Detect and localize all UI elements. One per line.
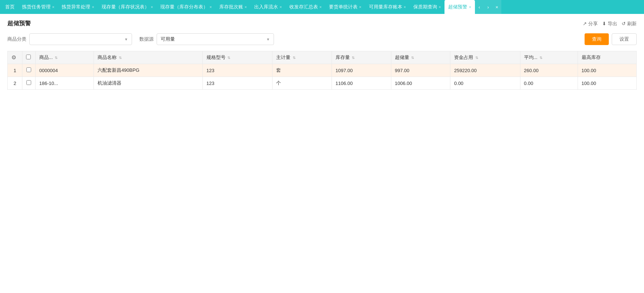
- row-num: 1: [8, 64, 22, 77]
- cell-product-code: 186-10...: [36, 77, 94, 90]
- nav-item-batch-account[interactable]: 库存批次账 ×: [216, 0, 250, 14]
- cell-stock: 1106.00: [332, 77, 391, 90]
- row-checkbox[interactable]: [26, 80, 31, 85]
- cell-product-code: 0000004: [36, 64, 94, 77]
- nav-close-demand-stats[interactable]: ×: [359, 5, 361, 9]
- nav-close-flow[interactable]: ×: [279, 5, 282, 9]
- table-header: ⚙ 商品... ⇅ 商品名称 ⇅ 规格型号 ⇅ 主计量: [8, 51, 637, 64]
- nav-item-pick-exception[interactable]: 拣货异常处理 ×: [58, 0, 98, 14]
- export-button[interactable]: ⬇ 导出: [602, 21, 617, 27]
- nav-close-stock-dist[interactable]: ×: [209, 5, 212, 9]
- table-row: 2 186-10... 机油滤清器 123 个 1106.00 1006.00 …: [8, 77, 637, 90]
- cell-capital: 259220.00: [450, 64, 520, 77]
- table-body: 1 0000004 六配套新昌490BPG 123 套 1097.00 997.…: [8, 64, 637, 90]
- nav-close-stock-status[interactable]: ×: [151, 5, 153, 9]
- th-max-stock[interactable]: 最高库存: [578, 51, 636, 64]
- sort-icon-spec: ⇅: [227, 56, 230, 60]
- datasource-select[interactable]: 可用量 ▼: [157, 33, 274, 45]
- nav-item-stock-status[interactable]: 现存量（库存状况表） ×: [98, 0, 157, 14]
- th-spec[interactable]: 规格型号 ⇅: [202, 51, 272, 64]
- sort-icon-avg: ⇅: [539, 56, 542, 60]
- nav-close-batch-account[interactable]: ×: [245, 5, 247, 9]
- cell-spec: 123: [202, 77, 272, 90]
- select-all-checkbox[interactable]: [26, 55, 31, 59]
- nav-close-pick-task[interactable]: ×: [52, 5, 54, 9]
- th-checkbox: [22, 51, 36, 64]
- cell-max-stock: 100.00: [578, 64, 636, 77]
- chevron-down-icon: ▼: [124, 37, 128, 41]
- datasource-label: 数据源: [139, 36, 154, 42]
- nav-close-pick-exception[interactable]: ×: [92, 5, 94, 9]
- cell-product-name: 六配套新昌490BPG: [94, 64, 202, 77]
- filter-actions: 查询 设置: [585, 33, 637, 45]
- cell-over-stock: 997.00: [391, 64, 450, 77]
- nav-item-quality-check[interactable]: 保质期查询 ×: [410, 0, 444, 14]
- nav-arrow-right[interactable]: ›: [484, 0, 493, 14]
- refresh-button[interactable]: ↺ 刷新: [622, 21, 637, 27]
- table-row: 1 0000004 六配套新昌490BPG 123 套 1097.00 997.…: [8, 64, 637, 77]
- category-filter: 商品分类 ▼: [7, 33, 132, 45]
- row-checkbox[interactable]: [26, 67, 31, 72]
- th-unit[interactable]: 主计量 ⇅: [272, 51, 332, 64]
- cell-over-stock: 1006.00: [391, 77, 450, 90]
- cell-unit: 套: [272, 64, 332, 77]
- filter-row: 商品分类 ▼ 数据源 可用量 ▼ 查询 设置: [7, 33, 637, 45]
- sort-icon-capital: ⇅: [475, 56, 478, 60]
- category-label: 商品分类: [7, 36, 26, 42]
- th-capital[interactable]: 资金占用 ⇅: [450, 51, 520, 64]
- nav-arrow-close[interactable]: ×: [493, 0, 501, 14]
- nav-item-overstock[interactable]: 超储预警 ×: [444, 0, 475, 14]
- nav-close-overstock[interactable]: ×: [469, 5, 471, 9]
- sort-icon-stock: ⇅: [352, 56, 355, 60]
- query-button[interactable]: 查询: [585, 33, 609, 45]
- nav-arrow-left[interactable]: ‹: [475, 0, 484, 14]
- cell-avg: 260.00: [520, 64, 578, 77]
- gear-icon[interactable]: ⚙: [11, 54, 16, 60]
- row-checkbox-cell: [22, 64, 36, 77]
- row-num: 2: [8, 77, 22, 90]
- page-content: 超储预警 ↗ 分享 ⬇ 导出 ↺ 刷新 商品分类 ▼ 数据源: [0, 14, 644, 293]
- sort-icon-code: ⇅: [55, 56, 58, 60]
- cell-capital: 0.00: [450, 77, 520, 90]
- refresh-icon: ↺: [622, 21, 626, 26]
- nav-item-demand-stats[interactable]: 要货单统计表 ×: [325, 0, 365, 14]
- export-icon: ⬇: [602, 21, 606, 26]
- sort-icon-unit: ⇅: [293, 56, 296, 60]
- nav-item-available-stock[interactable]: 可用量库存账本 ×: [365, 0, 410, 14]
- nav-close-summary[interactable]: ×: [319, 5, 322, 9]
- nav-item-home[interactable]: 首页: [1, 0, 18, 14]
- nav-close-quality-check[interactable]: ×: [439, 5, 441, 9]
- nav-item-stock-dist[interactable]: 现存量（库存分布表） ×: [157, 0, 215, 14]
- datasource-filter: 数据源 可用量 ▼: [139, 33, 274, 45]
- cell-unit: 个: [272, 77, 332, 90]
- sort-icon-name: ⇅: [119, 56, 122, 60]
- page-header: 超储预警 ↗ 分享 ⬇ 导出 ↺ 刷新: [7, 20, 637, 27]
- nav-close-available-stock[interactable]: ×: [404, 5, 406, 9]
- header-actions: ↗ 分享 ⬇ 导出 ↺ 刷新: [583, 21, 637, 27]
- share-icon: ↗: [583, 21, 587, 26]
- settings-button[interactable]: 设置: [612, 33, 637, 45]
- row-checkbox-cell: [22, 77, 36, 90]
- cell-product-name: 机油滤清器: [94, 77, 202, 90]
- cell-stock: 1097.00: [332, 64, 391, 77]
- th-over-stock[interactable]: 超储量 ⇅: [391, 51, 450, 64]
- th-product-code[interactable]: 商品... ⇅: [36, 51, 94, 64]
- th-stock[interactable]: 库存量 ⇅: [332, 51, 391, 64]
- th-num: ⚙: [8, 51, 22, 64]
- cell-max-stock: 100.00: [578, 77, 636, 90]
- nav-item-pick-task[interactable]: 拣货任务管理 ×: [18, 0, 58, 14]
- data-table: ⚙ 商品... ⇅ 商品名称 ⇅ 规格型号 ⇅ 主计量: [7, 51, 637, 90]
- share-button[interactable]: ↗ 分享: [583, 21, 598, 27]
- th-avg[interactable]: 平均... ⇅: [520, 51, 578, 64]
- page-title: 超储预警: [7, 20, 31, 27]
- datasource-select-text: 可用量: [161, 36, 175, 42]
- nav-item-summary[interactable]: 收发存汇总表 ×: [286, 0, 325, 14]
- cell-spec: 123: [202, 64, 272, 77]
- category-select[interactable]: ▼: [29, 33, 132, 45]
- nav-item-flow[interactable]: 出入库流水 ×: [250, 0, 285, 14]
- chevron-down-icon-ds: ▼: [266, 37, 270, 41]
- cell-avg: 0.00: [520, 77, 578, 90]
- top-navigation: 首页 拣货任务管理 × 拣货异常处理 × 现存量（库存状况表） × 现存量（库存…: [0, 0, 644, 14]
- sort-icon-over-stock: ⇅: [411, 56, 414, 60]
- th-product-name[interactable]: 商品名称 ⇅: [94, 51, 202, 64]
